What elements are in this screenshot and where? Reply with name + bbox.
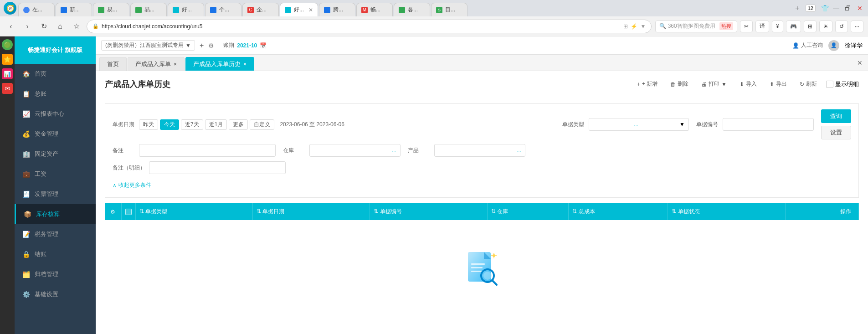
forward-button[interactable]: › (21, 20, 34, 33)
company-settings-icon[interactable]: ⚙ (208, 42, 214, 49)
number-filter-input[interactable] (723, 118, 814, 131)
calendar-icon[interactable]: 📅 (260, 42, 267, 49)
close-button[interactable]: ✕ (855, 4, 864, 13)
app-icon-mail[interactable]: ✉ (2, 83, 13, 94)
delete-btn[interactable]: 🗑 删除 (667, 78, 692, 90)
minimize-button[interactable]: — (832, 4, 841, 13)
browser-tab-5[interactable]: 好... (168, 3, 204, 16)
company-selector[interactable]: (勿删勿禁用）江西服宝测试专用 ▼ (101, 40, 195, 51)
nav-item-salary[interactable]: 💼 工资 (15, 164, 96, 184)
delete-label: 删除 (678, 80, 688, 88)
cut-icon[interactable]: ✂ (740, 21, 753, 32)
browser-tab-9[interactable]: 腾... (319, 3, 355, 16)
rotate-btn[interactable]: ↺ (835, 21, 848, 32)
refresh-btn[interactable]: ↻ 刷新 (796, 78, 821, 90)
display-checkbox[interactable] (826, 81, 833, 88)
close-panel-btn[interactable]: ✕ (857, 59, 863, 67)
table-col-status[interactable]: ⇅ 单据状态 (668, 203, 785, 220)
browser-tab-6[interactable]: 个... (205, 3, 241, 16)
nav-item-ledger[interactable]: 📋 总账 (15, 84, 96, 104)
table-col-warehouse[interactable]: ⇅ 仓库 (487, 203, 569, 220)
page-tab-home[interactable]: 首页 (99, 57, 127, 71)
table-col-gear[interactable]: ⚙ (105, 203, 121, 220)
page-tab-inventory-list-close[interactable]: × (174, 61, 177, 67)
app-icon-green[interactable]: 🟢 (2, 39, 13, 50)
display-toggle[interactable]: 显示明细 (826, 80, 859, 88)
nav-item-assets[interactable]: 🏢 固定资产 (15, 144, 96, 164)
refresh-icon: ↻ (800, 81, 804, 87)
new-tab-button[interactable]: + (791, 2, 804, 15)
date-btn-more[interactable]: 更多 (229, 119, 248, 130)
browser-tab-8[interactable]: 好... ✕ (280, 3, 318, 16)
print-label: 打印 (709, 80, 719, 88)
nav-item-close[interactable]: 🔒 结账 (15, 244, 96, 264)
date-btn-custom[interactable]: 自定义 (250, 119, 274, 130)
browser-tab-12[interactable]: S 目... (431, 3, 467, 16)
table-col-number[interactable]: ⇅ 单据编号 (370, 203, 487, 220)
select-all-checkbox[interactable] (125, 209, 132, 215)
game-btn[interactable]: 🎮 (786, 21, 801, 32)
table-col-checkbox[interactable] (121, 203, 135, 220)
remark-filter-input[interactable] (139, 144, 276, 157)
detail-remark-filter-input[interactable] (149, 161, 286, 174)
nav-sidebar: 畅捷通好会计 旗舰版 🏠 首页 📋 总账 📈 云报表中心 💰 资金管理 🏢 固定… (15, 36, 96, 334)
user-avatar[interactable]: 👤 (828, 40, 839, 51)
product-filter-select[interactable]: ... (434, 144, 525, 157)
date-btn-7days[interactable]: 近7天 (181, 119, 203, 130)
grid-btn[interactable]: ⊞ (804, 21, 817, 32)
filter-settings-button[interactable]: 设置 (821, 126, 851, 139)
tab-close-8[interactable]: ✕ (308, 7, 313, 13)
browser-tab-1[interactable]: 在... (18, 3, 55, 16)
gear-icon[interactable]: ⚙ (110, 209, 115, 215)
nav-item-funds[interactable]: 💰 资金管理 (15, 124, 96, 144)
home-button[interactable]: ⌂ (54, 20, 67, 33)
collapse-button[interactable]: ∧ 收起更多条件 (113, 179, 851, 192)
nav-item-tax[interactable]: 📝 税务管理 (15, 224, 96, 244)
add-company-btn[interactable]: + (200, 41, 204, 50)
date-btn-1month[interactable]: 近1月 (205, 119, 227, 130)
back-button[interactable]: ‹ (5, 20, 17, 33)
browser-tab-4[interactable]: 易... (130, 3, 167, 16)
nav-item-settings[interactable]: ⚙️ 基础设置 (15, 284, 96, 304)
query-button[interactable]: 查询 (821, 109, 851, 123)
app-icon-star[interactable]: ⭐ (2, 54, 13, 65)
user-service-btn[interactable]: 👤 人工咨询 (792, 41, 823, 49)
date-btn-today[interactable]: 今天 (160, 119, 179, 130)
nav-item-archive[interactable]: 🗂️ 归档管理 (15, 264, 96, 284)
import-btn[interactable]: ⬇ 导入 (736, 78, 760, 90)
nav-item-inventory[interactable]: 📦 库存核算 (15, 204, 96, 224)
refresh-button[interactable]: ↻ (37, 20, 50, 33)
date-btn-yesterday[interactable]: 昨天 (139, 119, 158, 130)
translate-btn[interactable]: 译 (755, 21, 769, 32)
svg-point-6 (483, 272, 492, 280)
chevron-down-icon[interactable]: ▼ (640, 23, 646, 30)
nav-item-home[interactable]: 🏠 首页 (15, 64, 96, 84)
currency-btn[interactable]: ¥ (772, 21, 783, 32)
table-col-date[interactable]: ⇅ 单据日期 (252, 203, 370, 220)
type-filter-select[interactable]: ... ▼ (589, 118, 689, 131)
settings-menu[interactable]: ··· (851, 21, 863, 32)
bookmark-button[interactable]: ☆ (70, 20, 83, 33)
nav-item-report[interactable]: 📈 云报表中心 (15, 104, 96, 124)
browser-tab-10[interactable]: M 畅... (356, 3, 393, 16)
browser-tab-2[interactable]: 新... (56, 3, 92, 16)
page-tab-inventory-history[interactable]: 产成品入库单历史 × (185, 57, 254, 71)
page-tab-history-close[interactable]: × (243, 61, 247, 67)
restore-button[interactable]: 🗗 (843, 4, 853, 13)
nav-item-invoice[interactable]: 🧾 发票管理 (15, 184, 96, 204)
search-bar[interactable]: 🔍 360智能抠图免费用 热搜 (655, 21, 737, 32)
print-btn[interactable]: 🖨 打印 ▼ (698, 78, 730, 90)
address-bar[interactable]: 🔒 https://cloud.chanjet.com/accounting/u… (87, 20, 652, 33)
browser-tab-11[interactable]: 各... (394, 3, 430, 16)
browser-tab-3[interactable]: 易... (93, 3, 129, 16)
table-col-type[interactable]: ⇅ 单据类型 (135, 203, 252, 220)
table-col-cost[interactable]: ⇅ 总成本 (569, 203, 668, 220)
browser-tab-7[interactable]: C 企... (242, 3, 279, 16)
warehouse-filter-select[interactable]: ... (309, 144, 401, 157)
theme-btn[interactable]: ☀ (819, 21, 832, 32)
export-btn[interactable]: ⬆ 导出 (766, 78, 791, 90)
page-tab-inventory-list[interactable]: 产成品入库单 × (128, 57, 185, 71)
add-btn[interactable]: + + 新增 (633, 78, 661, 90)
sort-date-icon: ⇅ (257, 208, 261, 215)
app-icon-chart[interactable]: 📊 (2, 68, 13, 79)
